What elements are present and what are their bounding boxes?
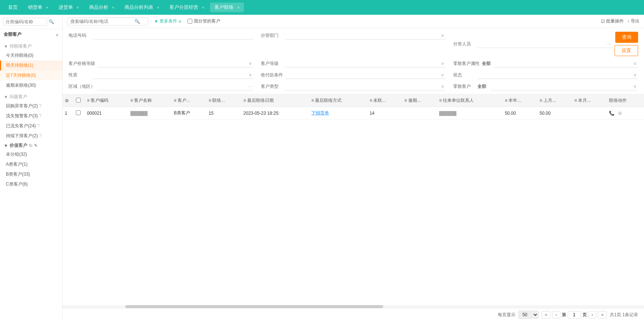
filter-phone-label: 电话号码 xyxy=(69,32,91,39)
filter-manager-select[interactable]: ··· xyxy=(477,40,612,48)
page-first-button[interactable]: « xyxy=(542,311,551,318)
cell-action: 📞 ⊞ xyxy=(607,107,644,120)
sidebar-item-7days-pending[interactable]: 近7天待联络(0) xyxy=(0,70,62,80)
filter-phone-input[interactable] xyxy=(93,32,253,39)
page-number-input[interactable] xyxy=(568,311,581,318)
filter-icon: ▼ xyxy=(154,19,158,24)
per-page-select[interactable]: 50 100 xyxy=(518,311,539,319)
filter-retail-customer: 零散客户 全部 ∨ xyxy=(453,83,638,90)
col-this-year-label: ≡ 本年... xyxy=(505,98,521,103)
edit-icon[interactable]: ✎ xyxy=(34,143,38,148)
page-last-button[interactable]: » xyxy=(598,311,607,318)
close-product-analysis-icon[interactable]: × xyxy=(112,5,114,10)
nav-sales-order[interactable]: 销货单 × xyxy=(24,3,53,12)
batch-op-icon: ☑ xyxy=(601,19,605,24)
cell-code: 000021 xyxy=(85,107,128,120)
sidebar-item-today-pending[interactable]: 今天待联络(0) xyxy=(0,51,62,61)
main-layout: 🔍 全部客户 « ▼ 待联络客户 今天待联络(0) 明天待联络(1) 近7天待联… xyxy=(0,15,644,321)
close-customer-contact-icon[interactable]: × xyxy=(237,5,239,10)
filter-price-level-arrow-icon: ∨ xyxy=(249,61,252,66)
filter-retail-customer-static: 全部 xyxy=(477,83,486,90)
filter-payment-terms-select[interactable]: ∨ xyxy=(285,71,446,79)
page-unit: 页 xyxy=(582,312,587,318)
col-gear-icon[interactable]: ⚙ xyxy=(65,98,69,103)
filter-region-select[interactable]: ··· xyxy=(97,83,253,90)
sidebar: 🔍 全部客户 « ▼ 待联络客户 今天待联络(0) 明天待联络(1) 近7天待联… xyxy=(0,15,63,321)
filter-actions: 查询 设置 xyxy=(615,32,638,56)
sidebar-search-input[interactable] xyxy=(3,18,47,26)
action-more-icon[interactable]: ⊞ xyxy=(618,111,622,116)
pending-group-label: 待联络客户 xyxy=(10,43,32,49)
nav-home[interactable]: 首页 xyxy=(4,3,22,12)
sidebar-item-repurchase-anomaly[interactable]: 回购异常客户(2) ? xyxy=(0,101,62,111)
page-next-button[interactable]: › xyxy=(588,311,596,318)
col-action-label: 联络动作 xyxy=(609,98,627,103)
sidebar-item-continuous-decline[interactable]: 持续下滑客户(2) ? xyxy=(0,131,62,141)
export-button[interactable]: ↑ 导出 xyxy=(627,18,640,24)
close-purchase-order-icon[interactable]: × xyxy=(77,5,79,10)
toolbar-right: ☑ 批量操作 ↑ 导出 xyxy=(601,18,640,24)
filter-status-select[interactable]: ∨ xyxy=(477,71,638,79)
filter-retail-customer-label: 零散客户 xyxy=(453,83,475,90)
settings-button[interactable]: 设置 xyxy=(615,45,638,56)
nav-product-analysis[interactable]: 商品分析 × xyxy=(85,3,119,12)
sidebar-item-ungrouped[interactable]: 未分组(32) xyxy=(0,149,62,159)
cell-last-method: 下销货单 xyxy=(309,107,367,120)
filter-dept-select[interactable]: ∨ xyxy=(285,32,446,39)
filter-dept-arrow-icon: ∨ xyxy=(441,33,444,38)
all-customers-label: 全部客户 xyxy=(4,31,21,38)
my-customer-checkbox[interactable] xyxy=(188,19,192,24)
horizontal-scrollbar-thumb[interactable] xyxy=(125,305,383,308)
filter-customer-type-select[interactable]: ∨ xyxy=(285,83,446,90)
filter-region-dots-icon: ··· xyxy=(248,84,252,89)
refresh-icon[interactable]: ↻ xyxy=(29,143,32,148)
more-filter-label: 更多条件 xyxy=(160,18,177,24)
more-filter-button[interactable]: ▼ 更多条件 ∧ xyxy=(151,17,185,25)
total-records-label: 共1页 1条记录 xyxy=(610,312,638,318)
collapse-sidebar-icon[interactable]: « xyxy=(56,32,59,38)
action-phone-icon[interactable]: 📞 xyxy=(609,111,615,116)
filter-nature-select[interactable]: ∨ xyxy=(93,71,253,79)
search-input[interactable] xyxy=(70,19,133,24)
nav-product-analysis-list[interactable]: 商品分析列表 × xyxy=(120,3,164,12)
close-sales-order-icon[interactable]: × xyxy=(46,5,48,10)
page-prev-button[interactable]: ‹ xyxy=(552,311,560,318)
col-last-contact-method-label: ≡ 最后联络方式 xyxy=(311,98,342,103)
col-this-year: ≡ 本年... xyxy=(503,94,537,107)
row-checkbox[interactable] xyxy=(76,110,81,115)
sidebar-item-a-class[interactable]: A类客户(1) xyxy=(0,159,62,169)
search-submit-icon[interactable]: 🔍 xyxy=(134,19,140,24)
last-method-link[interactable]: 下销货单 xyxy=(311,110,329,115)
filter-customer-grade-select[interactable]: ∨ xyxy=(285,60,446,68)
batch-operation-button[interactable]: ☑ 批量操作 xyxy=(601,18,624,24)
close-product-analysis-list-icon[interactable]: × xyxy=(157,5,159,10)
filter-customer-type: 客户类型 ∨ xyxy=(261,83,446,90)
filter-retail-attr-static: 全部 xyxy=(482,61,491,67)
filter-retail-attr-select[interactable]: ∨ xyxy=(494,60,638,68)
col-last-month-label: ≡ 上月... xyxy=(540,98,556,103)
sidebar-item-churned[interactable]: 已流失客户(24) ? xyxy=(0,121,62,131)
cell-contact-count: 15 xyxy=(206,107,241,120)
filter-price-level-select[interactable]: ∨ xyxy=(97,60,253,68)
close-customer-stratification-icon[interactable]: × xyxy=(202,5,204,10)
my-customer-checkbox-area[interactable]: 我分管的客户 xyxy=(188,18,220,24)
cell-last-date: 2023-05-23 18:25: xyxy=(241,107,309,120)
sidebar-item-tomorrow-pending[interactable]: 明天待联络(1) xyxy=(0,61,62,70)
sidebar-item-churn-warning[interactable]: 流失预警客户(3) ? xyxy=(0,111,62,121)
filter-manager-row: 分管人员 ··· 查询 设置 xyxy=(453,32,638,56)
nav-customer-stratification[interactable]: 客户分层经营 × xyxy=(165,3,209,12)
sidebar-item-b-class[interactable]: B类客户(33) xyxy=(0,169,62,179)
sidebar-item-c-class[interactable]: C类客户(6) xyxy=(0,179,62,189)
sidebar-item-overdue-pending[interactable]: 逾期未联络(30) xyxy=(0,80,62,90)
data-table-area: ⚙ ≡ 客户编码 ≡ 客户名称 ≡ 客户... xyxy=(63,94,644,305)
sidebar-search-icon[interactable]: 🔍 xyxy=(49,19,54,24)
query-button[interactable]: 查询 xyxy=(615,32,638,43)
col-customer-code-label: ≡ 客户编码 xyxy=(87,98,108,103)
nav-purchase-order[interactable]: 进货单 × xyxy=(54,3,83,12)
all-customers-header[interactable]: 全部客户 « xyxy=(0,29,62,40)
filter-retail-customer-select[interactable]: ∨ xyxy=(490,83,638,90)
col-last-month: ≡ 上月... xyxy=(538,94,572,107)
nav-customer-contact[interactable]: 客户联络 × xyxy=(210,3,244,12)
select-all-checkbox[interactable] xyxy=(76,98,81,103)
value-group-title[interactable]: ▼ 价值客户 ↻ ✎ xyxy=(0,141,62,149)
